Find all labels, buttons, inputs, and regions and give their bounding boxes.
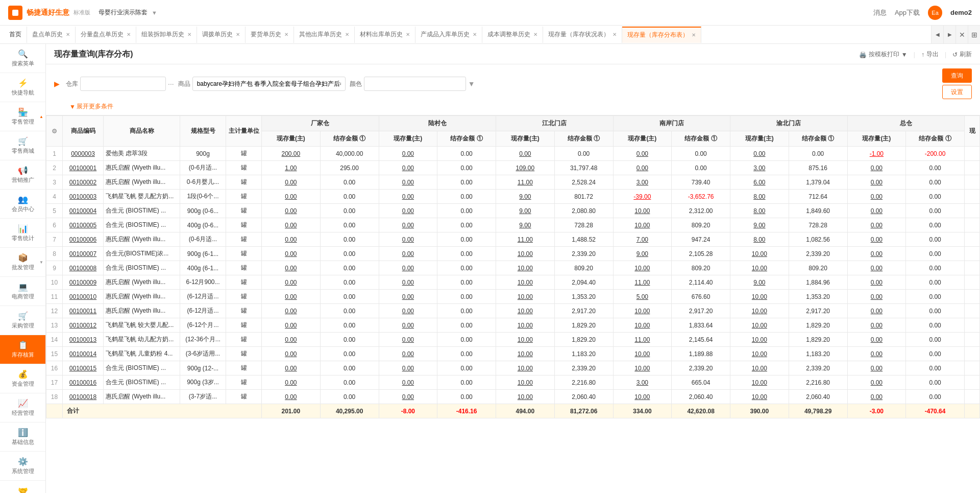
cell[interactable]: 0.00 <box>730 147 789 161</box>
product-code[interactable]: 00100010 <box>63 290 104 304</box>
product-code[interactable]: 00100005 <box>63 218 104 232</box>
cell[interactable]: 0.00 <box>262 275 321 290</box>
print-btn[interactable]: 🖨️ 按模板打印 ▼ <box>859 50 908 59</box>
cell[interactable]: 3.00 <box>730 161 789 175</box>
cell[interactable]: 0.00 <box>379 347 437 361</box>
close-tab-0[interactable]: ✕ <box>66 32 70 37</box>
company-selector[interactable]: 母婴行业演示陈套 <box>99 8 148 17</box>
product-code[interactable]: 00100003 <box>63 190 104 204</box>
cell[interactable]: 0.00 <box>262 190 321 204</box>
cell[interactable]: 5.00 <box>613 290 672 304</box>
cell[interactable]: 3.00 <box>613 175 672 190</box>
cell[interactable]: 0.00 <box>379 147 437 161</box>
product-code[interactable]: 00100004 <box>63 204 104 218</box>
cell[interactable]: 10.00 <box>496 275 555 290</box>
sidebar-item-enterprise[interactable]: 🤝 企业协同 <box>0 481 45 493</box>
cell[interactable]: 7.00 <box>613 232 672 247</box>
maximize-btn[interactable]: ⊞ <box>968 26 980 44</box>
cell[interactable]: 9.00 <box>613 247 672 261</box>
cell[interactable]: 10.00 <box>496 261 555 275</box>
sidebar-item-search[interactable]: 🔍 搜索英单 <box>0 44 45 73</box>
cell[interactable]: 11.00 <box>496 175 555 190</box>
product-input[interactable] <box>192 77 346 91</box>
color-input[interactable] <box>364 77 466 91</box>
cell[interactable]: 0.00 <box>613 147 672 161</box>
close-tab-4[interactable]: ✕ <box>284 32 288 37</box>
product-code[interactable]: 00100013 <box>63 333 104 347</box>
product-code[interactable]: 00100014 <box>63 347 104 361</box>
sidebar-item-retail-mgmt[interactable]: 🏪 零售管理 ▲ <box>0 102 45 131</box>
cell[interactable]: 3.00 <box>613 375 672 390</box>
cell[interactable]: 10.00 <box>613 218 672 232</box>
close-all-btn[interactable]: ✕ <box>955 26 968 44</box>
cell[interactable]: 9.00 <box>730 275 789 290</box>
query-btn[interactable]: 查询 <box>942 68 972 83</box>
cell[interactable]: 0.00 <box>847 318 906 333</box>
cell[interactable]: 8.00 <box>730 232 789 247</box>
export-btn[interactable]: ↑ 导出 <box>921 50 939 59</box>
cell[interactable]: 0.00 <box>379 218 437 232</box>
selector-arrow[interactable]: ▼ <box>152 10 157 16</box>
cell[interactable]: 0.00 <box>262 318 321 333</box>
cell[interactable]: 10.00 <box>496 318 555 333</box>
user-name[interactable]: demo2 <box>950 9 972 16</box>
cell[interactable]: 10.00 <box>613 390 672 404</box>
tab-7[interactable]: 产成品入库单历史 ✕ <box>415 27 482 43</box>
cell[interactable]: 0.00 <box>379 290 437 304</box>
cell[interactable]: 10.00 <box>496 290 555 304</box>
warehouse-ellipsis[interactable]: ··· <box>168 80 174 88</box>
cell[interactable]: 11.00 <box>613 275 672 290</box>
sidebar-item-wholesale[interactable]: 📦 批发管理 ▼ <box>0 248 45 277</box>
sidebar-item-inventory[interactable]: 📋 库存核算 <box>0 335 45 364</box>
cell[interactable]: 0.00 <box>847 333 906 347</box>
cell[interactable]: 0.00 <box>847 204 906 218</box>
sidebar-item-operations[interactable]: 📈 经营管理 <box>0 393 45 422</box>
cell[interactable]: 0.00 <box>847 261 906 275</box>
cell[interactable]: 10.00 <box>496 347 555 361</box>
sidebar-item-basic-info[interactable]: ℹ️ 基础信息 <box>0 422 45 452</box>
cell[interactable]: 0.00 <box>847 361 906 375</box>
cell[interactable]: 10.00 <box>730 290 789 304</box>
refresh-btn[interactable]: ↺ 刷新 <box>952 50 972 59</box>
sidebar-item-retail-stats[interactable]: 📊 零售统计 <box>0 219 45 248</box>
cell[interactable]: 10.00 <box>730 247 789 261</box>
tab-8[interactable]: 成本调整单历史 ✕ <box>482 27 543 43</box>
tab-3[interactable]: 调拨单历史 ✕ <box>197 27 246 43</box>
cell[interactable]: 0.00 <box>847 190 906 204</box>
cell[interactable]: 0.00 <box>847 247 906 261</box>
close-tab-9[interactable]: ✕ <box>612 32 617 37</box>
cell[interactable]: 10.00 <box>730 390 789 404</box>
cell[interactable]: 0.00 <box>379 261 437 275</box>
cell[interactable]: 0.00 <box>379 375 437 390</box>
cell[interactable]: 109.00 <box>496 161 555 175</box>
product-code[interactable]: 00100008 <box>63 261 104 275</box>
cell[interactable]: 10.00 <box>496 361 555 375</box>
close-tab-7[interactable]: ✕ <box>473 32 477 37</box>
cell[interactable]: 10.00 <box>496 333 555 347</box>
cell[interactable]: 0.00 <box>496 147 555 161</box>
cell[interactable]: 0.00 <box>379 390 437 404</box>
cell[interactable]: 10.00 <box>613 318 672 333</box>
tab-4[interactable]: 要货单历史 ✕ <box>246 27 294 43</box>
cell[interactable]: 0.00 <box>379 304 437 318</box>
product-code[interactable]: 00100002 <box>63 175 104 190</box>
messages-btn[interactable]: 消息 <box>873 8 887 17</box>
cell[interactable]: 11.00 <box>613 333 672 347</box>
cell[interactable]: 0.00 <box>379 318 437 333</box>
cell[interactable]: 0.00 <box>262 261 321 275</box>
sidebar-item-members[interactable]: 👥 会员中心 <box>0 190 45 219</box>
collapse-btn[interactable]: ▶ <box>54 80 60 88</box>
cell[interactable]: 10.00 <box>613 304 672 318</box>
cell[interactable]: 0.00 <box>262 290 321 304</box>
cell[interactable]: 0.00 <box>847 232 906 247</box>
cell[interactable]: 0.00 <box>379 247 437 261</box>
cell[interactable]: 10.00 <box>496 390 555 404</box>
cell[interactable]: 0.00 <box>847 347 906 361</box>
cell[interactable]: 8.00 <box>730 204 789 218</box>
product-code[interactable]: 00100018 <box>63 390 104 404</box>
cell[interactable]: 10.00 <box>730 304 789 318</box>
close-tab-10[interactable]: ✕ <box>692 32 696 38</box>
cell[interactable]: 0.00 <box>262 218 321 232</box>
cell[interactable]: 0.00 <box>379 175 437 190</box>
product-code[interactable]: 0000003 <box>63 147 104 161</box>
